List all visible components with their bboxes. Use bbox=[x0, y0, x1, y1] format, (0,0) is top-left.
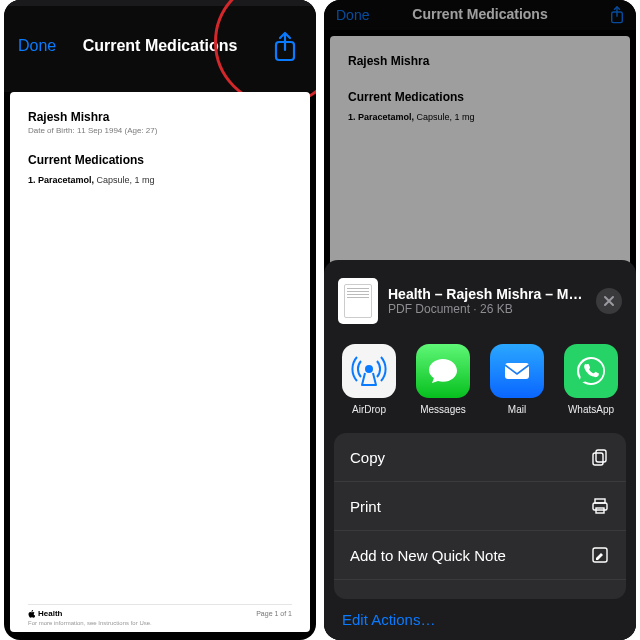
svg-rect-7 bbox=[596, 450, 606, 462]
document-title: Health – Rajesh Mishra – Medicati… bbox=[388, 286, 586, 302]
document-page[interactable]: Rajesh Mishra Date of Birth: 11 Sep 1994… bbox=[10, 92, 310, 632]
section-heading: Current Medications bbox=[28, 153, 292, 167]
left-phone: Done Current Medications Rajesh Mishra D… bbox=[4, 0, 316, 640]
close-button[interactable] bbox=[596, 288, 622, 314]
footer-fineprint: For more information, see Instructions f… bbox=[28, 620, 152, 626]
apple-logo-icon bbox=[28, 610, 35, 618]
edit-actions-button[interactable]: Edit Actions… bbox=[324, 599, 636, 640]
patient-name: Rajesh Mishra bbox=[28, 110, 292, 124]
copy-action[interactable]: Copy bbox=[334, 433, 626, 482]
page-number: Page 1 of 1 bbox=[256, 610, 292, 617]
print-action[interactable]: Print bbox=[334, 482, 626, 531]
messages-app[interactable]: Messages bbox=[416, 344, 470, 415]
actions-list: Copy Print Add to New Quick Note Save to… bbox=[334, 433, 626, 599]
quick-note-action[interactable]: Add to New Quick Note bbox=[334, 531, 626, 580]
quick-note-label: Add to New Quick Note bbox=[350, 547, 506, 564]
messages-label: Messages bbox=[420, 404, 466, 415]
right-phone: Done Current Medications Rajesh Mishra C… bbox=[324, 0, 636, 640]
svg-rect-5 bbox=[505, 363, 529, 379]
health-brand: Health bbox=[28, 609, 62, 618]
mail-icon bbox=[490, 344, 544, 398]
whatsapp-app[interactable]: WhatsApp bbox=[564, 344, 618, 415]
svg-rect-8 bbox=[593, 453, 603, 465]
print-label: Print bbox=[350, 498, 381, 515]
whatsapp-label: WhatsApp bbox=[568, 404, 614, 415]
close-icon bbox=[603, 295, 615, 307]
messages-icon bbox=[416, 344, 470, 398]
patient-dob: Date of Birth: 11 Sep 1994 (Age: 27) bbox=[28, 126, 292, 135]
mail-app[interactable]: Mail bbox=[490, 344, 544, 415]
airdrop-icon bbox=[342, 344, 396, 398]
share-icon bbox=[270, 30, 300, 64]
document-subtitle: PDF Document · 26 KB bbox=[388, 302, 586, 316]
copy-icon bbox=[590, 447, 610, 467]
svg-rect-10 bbox=[593, 503, 607, 510]
document-thumbnail bbox=[338, 278, 378, 324]
medication-item: 1. Paracetamol, Capsule, 1 mg bbox=[28, 175, 292, 185]
mail-label: Mail bbox=[508, 404, 526, 415]
copy-label: Copy bbox=[350, 449, 385, 466]
navigation-bar: Done Current Medications bbox=[4, 0, 316, 92]
share-apps-row: AirDrop Messages Mail bbox=[324, 338, 636, 423]
quick-note-icon bbox=[590, 545, 610, 565]
sheet-header: Health – Rajesh Mishra – Medicati… PDF D… bbox=[324, 272, 636, 338]
airdrop-app[interactable]: AirDrop bbox=[342, 344, 396, 415]
whatsapp-icon bbox=[564, 344, 618, 398]
share-sheet: Health – Rajesh Mishra – Medicati… PDF D… bbox=[324, 260, 636, 640]
airdrop-label: AirDrop bbox=[352, 404, 386, 415]
svg-point-4 bbox=[365, 365, 373, 373]
printer-icon bbox=[590, 496, 610, 516]
save-files-action[interactable]: Save to Files bbox=[334, 580, 626, 599]
share-button[interactable] bbox=[270, 30, 300, 67]
